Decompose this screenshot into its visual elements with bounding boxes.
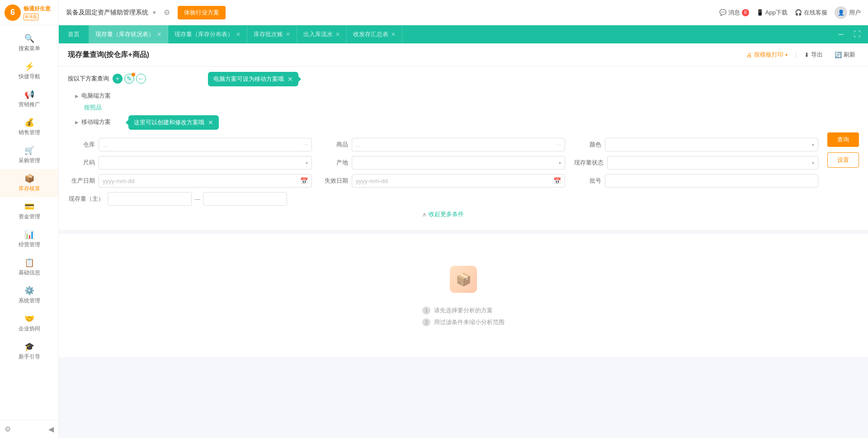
sidebar-item-finance[interactable]: 💳 资金管理: [0, 197, 58, 225]
pc-scheme-group[interactable]: ▶ 电脑端方案: [75, 90, 859, 102]
collab-icon: 🤝: [24, 314, 34, 324]
page-title: 现存量查询(按仓库+商品): [68, 50, 149, 60]
sidebar-item-guide[interactable]: 🎓 新手引导: [0, 337, 58, 365]
print-label: 按模板打印: [754, 51, 783, 59]
system-dropdown-icon[interactable]: ▾: [153, 9, 156, 16]
sidebar-collapse-btn[interactable]: ◀: [48, 425, 54, 433]
tab-batch-ledger-close[interactable]: ✕: [286, 31, 290, 38]
warehouse-field: 仓库 ... ⋯: [68, 138, 312, 151]
message-action[interactable]: 💬 消息 6: [719, 9, 749, 17]
sidebar-item-ops-label: 经营管理: [19, 241, 40, 249]
tab-receive-summary[interactable]: 收发存汇总表 ✕: [347, 25, 402, 43]
pc-scheme-tooltip-close[interactable]: ✕: [288, 75, 293, 83]
sidebar-item-search[interactable]: 🔍 搜索菜单: [0, 29, 58, 57]
origin-field: 产地 ▾: [321, 156, 565, 170]
warehouse-dropdown-arrow: ⋯: [303, 142, 308, 147]
header: 装备及固定资产辅助管理系统 ▾ ⚙ 体验行业方案 💬 消息 6 📱 App下载 …: [59, 0, 868, 25]
filter-content-area: 仓库 ... ⋯ 商品 ... ⋯: [68, 132, 859, 223]
empty-steps: 1 请先选择要分析的方案 2 用过滤条件来缩小分析范围: [422, 306, 505, 330]
expire-date-calendar-icon: 📅: [553, 177, 561, 184]
sidebar-item-purchase[interactable]: 🛒 采购管理: [0, 141, 58, 169]
origin-dropdown-arrow: ▾: [559, 160, 561, 165]
tab-batch-ledger[interactable]: 库存批次账 ✕: [247, 25, 297, 43]
sidebar-item-basic[interactable]: 📋 基础信息: [0, 253, 58, 281]
size-select[interactable]: ▾: [99, 156, 312, 170]
sidebar-settings-btn[interactable]: ⚙: [5, 425, 11, 433]
export-btn[interactable]: ⬇ 导出: [801, 49, 826, 61]
tab-inventory-status-close[interactable]: ✕: [157, 31, 161, 38]
online-service-label: 在线客服: [804, 9, 827, 17]
tab-inventory-status[interactable]: 现存量（库存状况表） ✕: [89, 25, 168, 43]
print-dropdown-icon: ▾: [785, 52, 788, 57]
product-dropdown-arrow: ⋯: [557, 142, 561, 147]
sidebar-item-inventory-label: 库存核算: [19, 185, 40, 193]
action-buttons: 查询 设置: [827, 132, 859, 168]
reset-btn[interactable]: 设置: [827, 152, 859, 168]
tab-inventory-dist-close[interactable]: ✕: [236, 31, 241, 38]
expire-date-input[interactable]: yyyy-mm-dd 📅: [352, 174, 565, 188]
sidebar-item-basic-label: 基础信息: [19, 269, 40, 277]
pc-scheme-item-0[interactable]: 按照品: [84, 102, 859, 113]
sidebar-nav: 🔍 搜索菜单 ⚡ 快捷导航 📢 营销推广 💰 销售管理 🛒 采购管理 📦 库存核…: [0, 25, 58, 420]
prev-scheme-btn[interactable]: ←: [136, 74, 146, 84]
sidebar-item-ops[interactable]: 📊 经营管理: [0, 225, 58, 253]
tab-inout-flow[interactable]: 出入库流水 ✕: [297, 25, 347, 43]
sidebar-item-inventory[interactable]: 📦 库存核算: [0, 169, 58, 197]
pc-scheme-triangle: ▶: [75, 94, 79, 99]
expire-date-label: 失效日期: [321, 177, 348, 185]
print-btn[interactable]: 🖨 按模板打印 ▾: [743, 49, 791, 61]
refresh-icon: 🔄: [835, 52, 842, 58]
empty-illustration: 📦: [445, 261, 481, 297]
filter-fields: 仓库 ... ⋯ 商品 ... ⋯: [68, 132, 818, 223]
product-select[interactable]: ... ⋯: [352, 138, 565, 151]
empty-step-1: 1 请先选择要分析的方案: [422, 306, 505, 315]
mobile-scheme-label: 移动端方案: [81, 118, 111, 126]
add-scheme-btn[interactable]: ＋: [113, 74, 123, 84]
step-1-num: 1: [422, 306, 430, 315]
tab-actions: ─ ⛶: [835, 28, 868, 41]
range-sep: —: [194, 196, 200, 203]
mobile-scheme-triangle: ▶: [75, 120, 79, 125]
origin-select[interactable]: ▾: [352, 156, 565, 170]
more-conditions-btn[interactable]: ∧ 收起更多条件: [68, 206, 818, 223]
filter-row-3: 生产日期 yyyy-mm-dd 📅 失效日期 yyyy-mm-dd 📅: [68, 174, 818, 188]
edit-dot-indicator: [132, 73, 135, 76]
stock-range-min[interactable]: [108, 192, 192, 206]
tab-inout-flow-close[interactable]: ✕: [335, 31, 340, 38]
sidebar-item-sales[interactable]: 💰 销售管理: [0, 113, 58, 141]
color-label: 颜色: [574, 141, 601, 149]
settings-btn[interactable]: ⚙: [160, 6, 173, 19]
warehouse-select[interactable]: ... ⋯: [99, 138, 312, 151]
sidebar-item-purchase-label: 采购管理: [19, 157, 40, 165]
app-badge: 标准版: [24, 14, 38, 20]
mobile-icon: 📱: [756, 9, 764, 16]
tab-inventory-dist[interactable]: 现存量（库存分布表） ✕: [168, 25, 247, 43]
produce-date-input[interactable]: yyyy-mm-dd 📅: [99, 174, 312, 188]
app-download-action[interactable]: 📱 App下载: [756, 9, 788, 17]
sidebar-item-marketing[interactable]: 📢 营销推广: [0, 85, 58, 113]
sidebar-item-collab[interactable]: 🤝 企业协同: [0, 309, 58, 337]
sidebar-item-system[interactable]: ⚙️ 系统管理: [0, 281, 58, 309]
color-dropdown-arrow: ▾: [812, 142, 814, 147]
stock-status-select[interactable]: ▾: [607, 156, 818, 170]
refresh-btn[interactable]: 🔄 刷新: [831, 49, 859, 61]
stock-status-label: 现存量状态: [574, 159, 604, 167]
batch-input[interactable]: [605, 174, 818, 188]
sidebar-item-quick-nav[interactable]: ⚡ 快捷导航: [0, 57, 58, 85]
message-badge: 6: [742, 9, 749, 16]
tab-fullscreen-btn[interactable]: ⛶: [851, 28, 863, 41]
tab-minimize-btn[interactable]: ─: [835, 28, 847, 41]
online-service-action[interactable]: 🎧 在线客服: [795, 9, 827, 17]
tab-home[interactable]: 首页: [59, 25, 89, 43]
user-action[interactable]: 👤 用户: [835, 6, 861, 19]
stock-main-label: 现存量（主）: [68, 195, 104, 203]
industry-btn[interactable]: 体验行业方案: [178, 6, 226, 19]
stock-range-max[interactable]: [203, 192, 287, 206]
filter-area: 按以下方案查询 ＋ ✎ ← 电脑方案可设为移动方案哦 ✕ ▶ 电脑端方案: [59, 66, 868, 231]
query-btn[interactable]: 查询: [827, 132, 859, 147]
pc-scheme-item-0-label: 按照品: [84, 104, 102, 112]
tab-receive-summary-close[interactable]: ✕: [391, 31, 396, 38]
color-select[interactable]: ▾: [605, 138, 818, 151]
sidebar-item-system-label: 系统管理: [19, 297, 40, 305]
create-scheme-tooltip-close[interactable]: ✕: [208, 119, 213, 126]
